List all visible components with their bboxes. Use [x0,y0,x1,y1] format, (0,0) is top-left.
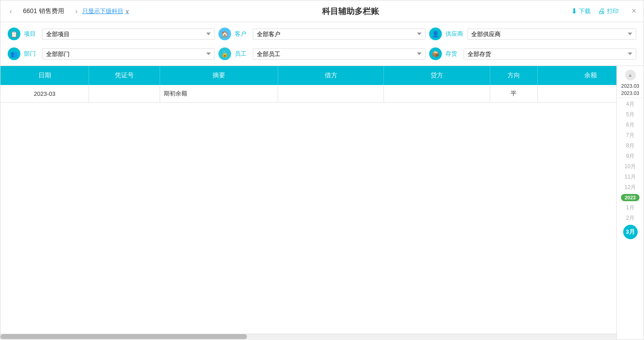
scrollbar-thumb [0,334,247,339]
table-area: 日期 凭证号 摘要 借方 贷方 方向 余额 2023-03 期初余额 [0,66,644,339]
cell-summary: 期初余额 [160,85,278,103]
employee-label: 员工 [235,50,249,58]
month-1[interactable]: 1月 [617,203,644,213]
cell-date: 2023-03 [0,85,89,103]
print-icon: 🖨 [598,7,605,15]
department-icon: 👥 [8,47,20,60]
cell-credit [384,85,490,103]
filter-label: 只显示下级科目 [82,7,123,15]
supplier-icon: 👤 [429,28,442,40]
col-header-direction: 方向 [490,66,537,85]
cell-debit [278,85,384,103]
filter-project: 📋 项目 全部项目 [8,26,215,42]
supplier-select[interactable]: 全部供应商 [467,28,636,40]
close-button[interactable]: × [631,6,636,16]
period-2023-03-top[interactable]: 2023.03 [617,82,644,90]
col-header-debit: 借方 [278,66,384,85]
col-header-summary: 摘要 [160,66,278,85]
project-select[interactable]: 全部项目 [42,28,215,40]
month-4[interactable]: 4月 [617,99,644,109]
nav-next-button[interactable]: › [73,6,79,16]
period-2023-03-second[interactable]: 2023.03 [617,90,644,98]
nav-prev-button[interactable]: ‹ [8,6,14,16]
filter-department: 👥 部门 全部部门 [8,46,215,62]
print-button[interactable]: 🖨 打印 [598,7,619,15]
inventory-select[interactable]: 全部存货 [464,48,636,60]
filter-employee: 🔒 员工 全部员工 [218,46,426,62]
table-row: 2023-03 期初余额 平 [0,85,644,103]
cell-voucher [89,85,160,103]
customer-label: 客户 [235,30,249,38]
department-label: 部门 [24,50,38,58]
col-header-date: 日期 [0,66,89,85]
horizontal-scrollbar[interactable] [0,334,616,339]
inventory-label: 存货 [445,50,460,58]
supplier-label: 供应商 [445,30,464,38]
ledger-table: 日期 凭证号 摘要 借方 贷方 方向 余额 2023-03 期初余额 [0,66,644,103]
timeline-up-arrow[interactable]: ▲ [625,70,636,80]
col-header-voucher: 凭证号 [89,66,160,85]
year-badge-2023[interactable]: 2023 [621,194,639,201]
month-3-selected[interactable]: 3月 [623,225,638,239]
print-label: 打印 [607,7,619,15]
month-7[interactable]: 7月 [617,130,644,141]
employee-icon: 🔒 [218,47,231,60]
customer-icon: 🏠 [218,28,231,40]
download-label: 下载 [579,7,591,15]
download-icon: ⬇ [571,7,577,15]
month-2[interactable]: 2月 [617,213,644,223]
account-code-input[interactable]: 6601 销售费用 [16,8,71,15]
side-timeline-panel: ▲ 2023.03 2023.03 4月 5月 6月 7月 8月 9月 10月 … [616,66,644,340]
month-6[interactable]: 6月 [617,120,644,130]
page-title: 科目辅助多栏账 [322,7,379,16]
project-label: 项目 [24,30,38,38]
inventory-icon: 📦 [429,47,442,60]
show-sub-accounts-button[interactable]: 只显示下级科目 ∨ [82,7,129,15]
month-12[interactable]: 12月 [617,182,644,193]
dropdown-arrow-icon: ∨ [125,8,129,14]
col-header-credit: 贷方 [384,66,490,85]
month-11[interactable]: 11月 [617,172,644,182]
filter-customer: 🏠 客户 全部客户 [218,26,426,42]
month-8[interactable]: 8月 [617,141,644,151]
filter-supplier: 👤 供应商 全部供应商 [429,26,636,42]
month-9[interactable]: 9月 [617,151,644,161]
project-icon: 📋 [8,28,20,40]
month-5[interactable]: 5月 [617,109,644,120]
month-10[interactable]: 10月 [617,161,644,172]
department-select[interactable]: 全部部门 [42,48,215,60]
customer-select[interactable]: 全部客户 [253,28,426,40]
cell-direction: 平 [490,85,537,103]
filter-inventory: 📦 存货 全部存货 [429,46,636,62]
employee-select[interactable]: 全部员工 [253,48,426,60]
download-button[interactable]: ⬇ 下载 [571,7,591,15]
